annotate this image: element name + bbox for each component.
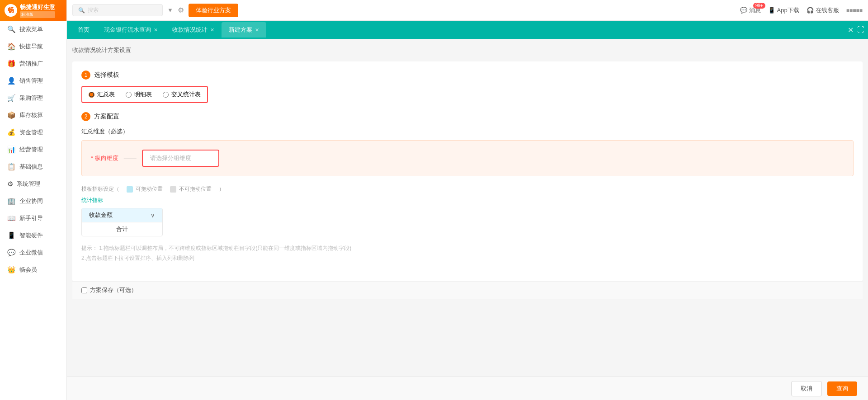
metrics-table: 收款金额 ∨ 合计 xyxy=(81,208,163,236)
nav-tabs-controls: ✕ ⛶ xyxy=(848,26,864,34)
metrics-dropdown-icon[interactable]: ∨ xyxy=(151,212,155,219)
radio-detail-input[interactable] xyxy=(126,92,132,98)
radio-cross[interactable]: 交叉统计表 xyxy=(163,90,201,99)
sidebar-item-inventory[interactable]: 📦 库存核算 xyxy=(0,107,66,124)
metrics-settings-label: 模板指标设定（ xyxy=(81,185,119,193)
window-close-button[interactable]: ✕ xyxy=(848,26,854,34)
step1-title: 选择模板 xyxy=(94,71,119,79)
radio-detail-label: 明细表 xyxy=(134,90,152,99)
window-expand-button[interactable]: ⛶ xyxy=(857,26,864,34)
save-checkbox[interactable] xyxy=(81,287,87,293)
nav-tabs: 首页 现金银行流水查询 ✕ 收款情况统计 ✕ 新建方案 ✕ ✕ ⛶ xyxy=(67,21,868,39)
book-icon: 📖 xyxy=(7,214,16,222)
metrics-label: 统计指标 xyxy=(81,197,854,204)
step2-badge: 2 xyxy=(81,112,90,121)
sidebar-item-label: 销售管理 xyxy=(19,77,43,85)
online-service-button[interactable]: 🎧 在线客服 xyxy=(807,6,839,14)
logo-icon: 畅 xyxy=(5,4,17,17)
sidebar-item-label: 新手引导 xyxy=(19,214,43,222)
app-icon: 📱 xyxy=(768,7,775,14)
tab-close-payment-stats[interactable]: ✕ xyxy=(210,27,214,33)
phone-icon: 📱 xyxy=(7,231,16,240)
message-icon: 💬 xyxy=(740,7,747,14)
sidebar-item-purchase[interactable]: 🛒 采购管理 xyxy=(0,89,66,107)
sidebar-item-label: 库存核算 xyxy=(19,111,43,119)
sidebar-item-search-menu[interactable]: 🔍 搜索菜单 xyxy=(0,21,66,38)
step1-badge: 1 xyxy=(81,71,90,80)
sidebar-item-label: 营销推广 xyxy=(19,60,43,68)
sidebar-item-smart-hw[interactable]: 📱 智能硬件 xyxy=(0,227,66,244)
notification-badge: 99+ xyxy=(753,3,765,9)
sidebar-item-system[interactable]: ⚙ 系统管理 xyxy=(0,175,66,193)
logo-badge: 标准版 xyxy=(20,11,55,18)
config-section: 汇总维度（必选） * 纵向维度 —— 请选择分组维度 模板指标设定（ xyxy=(81,127,854,263)
radio-cross-input[interactable] xyxy=(163,92,169,98)
sidebar-item-sales[interactable]: 👤 销售管理 xyxy=(0,72,66,89)
tab-payment-stats[interactable]: 收款情况统计 ✕ xyxy=(165,22,222,38)
username-display: ■■■■■ xyxy=(846,7,863,14)
sidebar-item-label: 搜索菜单 xyxy=(19,25,43,33)
sidebar-item-basic-info[interactable]: 📋 基础信息 xyxy=(0,158,66,175)
service-icon: 🎧 xyxy=(807,7,814,14)
cart-icon: 🛒 xyxy=(7,94,16,102)
dimension-select[interactable]: 请选择分组维度 xyxy=(142,150,219,167)
sidebar-item-label: 畅会员 xyxy=(19,266,37,274)
app-download-button[interactable]: 📱 App下载 xyxy=(768,6,799,14)
box-icon: 📦 xyxy=(7,111,16,119)
fixed-indicator xyxy=(170,186,176,193)
tab-new-plan[interactable]: 新建方案 ✕ xyxy=(222,22,266,38)
sidebar-item-label: 企业协同 xyxy=(19,197,43,205)
sidebar-item-label: 资金管理 xyxy=(19,128,43,136)
step2-header: 2 方案配置 xyxy=(81,112,854,121)
metrics-column-sub: 合计 xyxy=(116,226,128,232)
radio-cross-label: 交叉统计表 xyxy=(171,90,201,99)
tab-close-bank-flow[interactable]: ✕ xyxy=(154,27,158,33)
main-area: 🔍 搜索 ▼ ⚙ 体验行业方案 💬 消息 99+ 📱 App下载 🎧 在线客服 … xyxy=(67,0,868,400)
search-bar[interactable]: 🔍 搜索 xyxy=(72,4,163,16)
radio-summary[interactable]: 汇总表 xyxy=(89,90,115,99)
sidebar-item-enterprise[interactable]: 🏢 企业协同 xyxy=(0,193,66,210)
query-button[interactable]: 查询 xyxy=(827,381,857,396)
save-option: 方案保存（可选） xyxy=(72,281,863,299)
trial-button[interactable]: 体验行业方案 xyxy=(189,4,238,17)
radio-summary-input[interactable] xyxy=(89,92,94,98)
legend-draggable: 可拖动位置 xyxy=(127,185,163,193)
tips-section: 提示： 1.拖动标题栏可以调整布局，不可跨维度或指标区域拖动栏目字段(只能在同一… xyxy=(81,244,854,263)
header-dropdown-icon[interactable]: ▼ xyxy=(167,7,173,14)
sidebar-item-wechat[interactable]: 💬 企业微信 xyxy=(0,244,66,261)
gift-icon: 🎁 xyxy=(7,60,16,68)
tab-close-new-plan[interactable]: ✕ xyxy=(255,27,259,33)
legend-fixed: 不可拖动位置 xyxy=(170,185,212,193)
tab-home[interactable]: 首页 xyxy=(71,22,97,38)
footer-bar: 取消 查询 xyxy=(67,376,868,400)
step1-section: 1 选择模板 汇总表 明细表 交叉统计表 xyxy=(81,71,854,103)
sidebar-item-label: 智能硬件 xyxy=(19,231,43,240)
radio-detail[interactable]: 明细表 xyxy=(126,90,152,99)
top-header: 🔍 搜索 ▼ ⚙ 体验行业方案 💬 消息 99+ 📱 App下载 🎧 在线客服 … xyxy=(67,0,868,21)
cancel-button[interactable]: 取消 xyxy=(791,381,822,396)
sidebar-item-label: 采购管理 xyxy=(19,94,43,102)
money-icon: 💰 xyxy=(7,128,16,136)
dimension-box: * 纵向维度 —— 请选择分组维度 xyxy=(81,140,854,176)
notification-button[interactable]: 💬 消息 99+ xyxy=(740,6,761,14)
sidebar-item-marketing[interactable]: 🎁 营销推广 xyxy=(0,55,66,72)
header-settings-icon[interactable]: ⚙ xyxy=(178,6,184,14)
home-icon: 🏠 xyxy=(7,42,16,51)
legend-fixed-label: 不可拖动位置 xyxy=(179,185,212,193)
dimension-section-title: 汇总维度（必选） xyxy=(81,127,854,136)
sidebar-item-beginner[interactable]: 📖 新手引导 xyxy=(0,210,66,227)
tab-bank-flow[interactable]: 现金银行流水查询 ✕ xyxy=(97,22,165,38)
step2-title: 方案配置 xyxy=(94,113,119,121)
sidebar-item-finance[interactable]: 💰 资金管理 xyxy=(0,124,66,141)
sidebar-item-label: 企业微信 xyxy=(19,249,43,257)
sidebar-item-operations[interactable]: 📊 经营管理 xyxy=(0,141,66,158)
dimension-row: * 纵向维度 —— 请选择分组维度 xyxy=(91,150,844,167)
radio-summary-label: 汇总表 xyxy=(97,90,115,99)
sidebar: 畅 畅捷通好生意 标准版 🔍 搜索菜单 🏠 快捷导航 🎁 营销推广 👤 销售管理… xyxy=(0,0,67,400)
user-icon: 👤 xyxy=(7,77,16,85)
tip-1: 提示： 1.拖动标题栏可以调整布局，不可跨维度或指标区域拖动栏目字段(只能在同一… xyxy=(81,244,854,254)
template-options: 汇总表 明细表 交叉统计表 xyxy=(81,86,208,103)
search-menu-icon: 🔍 xyxy=(7,25,16,33)
sidebar-item-member[interactable]: 👑 畅会员 xyxy=(0,261,66,278)
sidebar-item-quick-nav[interactable]: 🏠 快捷导航 xyxy=(0,38,66,55)
